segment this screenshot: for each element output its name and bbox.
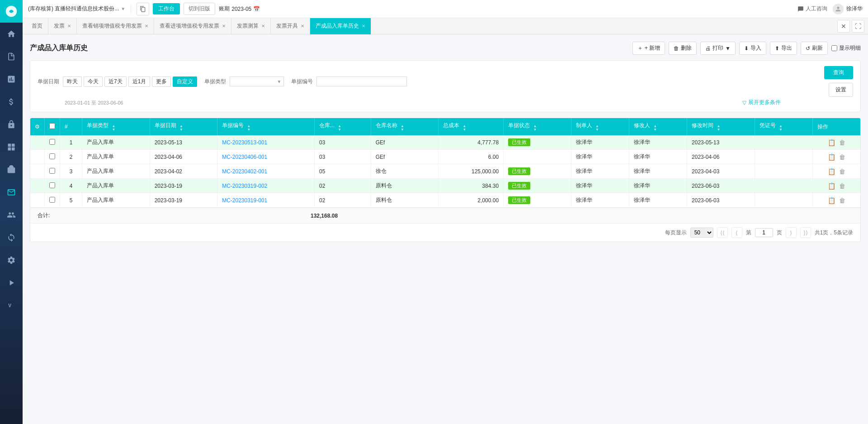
sidebar-item-warehouse[interactable] <box>0 181 23 204</box>
th-total-cost[interactable]: 总成本 ▲▼ <box>439 118 504 135</box>
service-button[interactable]: 人工咨询 <box>797 5 827 13</box>
quick-btn-1month[interactable]: 近1月 <box>128 76 151 87</box>
tab-product-history-close[interactable]: ✕ <box>362 24 365 29</box>
sidebar-item-finance[interactable] <box>0 91 23 113</box>
op-delete-3[interactable]: 🗑 <box>839 182 845 190</box>
query-button[interactable]: 查询 <box>824 66 853 79</box>
sidebar-item-refresh[interactable] <box>0 226 23 249</box>
sidebar-item-settings[interactable] <box>0 249 23 272</box>
doc-link-1[interactable]: MC-20230406-001 <box>222 154 267 160</box>
op-edit-3[interactable]: 📋 <box>828 182 835 190</box>
refresh-button[interactable]: ↺ 刷新 <box>801 42 828 55</box>
tab-invoice-close[interactable]: ✕ <box>67 24 71 29</box>
row-checkbox-1[interactable] <box>49 153 55 159</box>
sidebar-item-analytics[interactable] <box>0 68 23 91</box>
import-button[interactable]: ⬇ 导入 <box>739 42 766 55</box>
calendar-icon[interactable]: 📅 <box>253 6 260 12</box>
op-delete-2[interactable]: 🗑 <box>839 168 845 175</box>
row-checkbox-0[interactable] <box>49 139 55 145</box>
export-button[interactable]: ⬆ 导出 <box>770 42 797 55</box>
page-next-btn[interactable]: ⟩ <box>786 227 797 238</box>
doc-link-0[interactable]: MC-20230513-001 <box>222 139 267 146</box>
tabs-maximize[interactable]: ⛶ <box>852 20 864 33</box>
page-size-select[interactable]: 50 20 100 <box>690 228 713 238</box>
th-date[interactable]: 单据日期 ▲▼ <box>150 118 217 135</box>
op-edit-0[interactable]: 📋 <box>828 139 835 146</box>
copy-button[interactable] <box>137 3 149 15</box>
op-delete-1[interactable]: 🗑 <box>839 153 845 161</box>
show-detail-input[interactable] <box>831 45 837 51</box>
doc-link-3[interactable]: MC-20230319-002 <box>222 183 267 189</box>
quick-btn-more[interactable]: 更多 <box>152 76 171 87</box>
expand-conditions-btn[interactable]: ▽ 展开更多条件 <box>742 99 781 106</box>
sidebar-item-report[interactable] <box>0 158 23 181</box>
op-delete-4[interactable]: 🗑 <box>839 197 845 204</box>
th-settings[interactable]: ⚙ <box>30 118 45 135</box>
select-all-checkbox[interactable] <box>49 123 55 129</box>
tab-product-history[interactable]: 产成品入库单历史 ✕ <box>310 18 371 34</box>
show-detail-checkbox[interactable]: 显示明细 <box>831 44 861 52</box>
row-checkbox-2[interactable] <box>49 168 55 174</box>
delete-button[interactable]: 🗑 删除 <box>669 42 697 55</box>
app-logo[interactable] <box>0 0 23 23</box>
workbench-button[interactable]: 工作台 <box>153 3 180 14</box>
row-checkbox-3[interactable] <box>49 182 55 188</box>
page-input[interactable] <box>755 228 773 237</box>
th-creator[interactable]: 制单人 ▲▼ <box>571 118 629 135</box>
old-version-button[interactable]: 切到旧版 <box>184 3 215 15</box>
th-modify-time[interactable]: 修改时间 ▲▼ <box>687 118 755 135</box>
tab-invoice-calc[interactable]: 发票测算 ✕ <box>231 18 271 34</box>
op-edit-2[interactable]: 📋 <box>828 168 835 175</box>
tab-invoice-issue-close[interactable]: ✕ <box>301 24 304 29</box>
company-selector[interactable]: (库存核算) 直播轻抖通信息技术股份... ▼ <box>28 5 125 13</box>
sidebar-item-docs[interactable] <box>0 45 23 68</box>
tab-invoice-calc-close[interactable]: ✕ <box>261 24 265 29</box>
th-warehouse-name[interactable]: 仓库名称 ▲▼ <box>371 118 439 135</box>
td-status-2: 已生效 <box>504 164 571 179</box>
quick-btn-today[interactable]: 今天 <box>84 76 103 87</box>
doc-link-2[interactable]: MC-20230402-001 <box>222 168 267 175</box>
th-docno[interactable]: 单据编号 ▲▼ <box>217 118 315 135</box>
td-docno-1: MC-20230406-001 <box>217 150 315 164</box>
page-first-btn[interactable]: ⟨⟨ <box>717 227 728 238</box>
tab-home[interactable]: 首页 <box>26 18 48 34</box>
th-voucher[interactable]: 凭证号 ▲▼ <box>755 118 812 135</box>
page-prev-btn[interactable]: ⟨ <box>731 227 742 238</box>
th-type[interactable]: 单据类型 ▲▼ <box>82 118 150 135</box>
sidebar-item-version[interactable]: V <box>0 294 23 317</box>
th-modifier[interactable]: 修改人 ▲▼ <box>629 118 687 135</box>
table-container: ⚙ # 单据类型 ▲▼ 单据日期 ▲▼ <box>30 118 861 242</box>
new-button[interactable]: ＋ + 新增 <box>632 42 665 55</box>
tab-invoice[interactable]: 发票 ✕ <box>48 18 77 34</box>
print-button[interactable]: 🖨 打印 ▼ <box>700 42 736 55</box>
op-edit-1[interactable]: 📋 <box>828 153 835 161</box>
quick-btn-7days[interactable]: 近7天 <box>104 76 127 87</box>
sidebar-item-lock[interactable] <box>0 113 23 136</box>
filter-docnum-input[interactable] <box>316 76 407 86</box>
tab-sales-invoice[interactable]: 查看销项增值税专用发票 ✕ <box>77 18 154 34</box>
th-warehouse-no[interactable]: 仓库... ▲▼ <box>315 118 371 135</box>
th-status[interactable]: 单据状态 ▲▼ <box>504 118 571 135</box>
op-edit-4[interactable]: 📋 <box>828 197 835 204</box>
filter-type-select[interactable]: 产品入库单 <box>230 76 284 86</box>
tab-purchase-invoice[interactable]: 查看进项增值税专用发票 ✕ <box>154 18 231 34</box>
sidebar-item-grid[interactable] <box>0 136 23 158</box>
tab-purchase-invoice-close[interactable]: ✕ <box>222 24 226 29</box>
quick-btn-custom[interactable]: 自定义 <box>173 76 197 87</box>
doc-link-4[interactable]: MC-20230319-001 <box>222 197 267 204</box>
sidebar-item-play[interactable] <box>0 272 23 294</box>
page-last-btn[interactable]: ⟩⟩ <box>800 227 811 238</box>
table-row: 2 产品入库单 2023-04-06 MC-20230406-001 03 GE… <box>30 150 860 164</box>
sidebar-item-home[interactable] <box>0 23 23 45</box>
tab-invoice-issue[interactable]: 发票开具 ✕ <box>271 18 310 34</box>
row-checkbox-4[interactable] <box>49 197 55 203</box>
sidebar-item-people[interactable] <box>0 204 23 226</box>
th-date-sort: ▲▼ <box>179 124 183 132</box>
filter-settings-button[interactable]: 设置 <box>829 83 853 97</box>
user-menu[interactable]: 徐泽华 <box>833 4 863 14</box>
tab-sales-invoice-close[interactable]: ✕ <box>145 24 148 29</box>
quick-btn-yesterday[interactable]: 昨天 <box>63 76 82 87</box>
header-actions: ＋ + 新增 🗑 删除 🖨 打印 ▼ ⬇ 导入 ⬆ <box>632 42 861 55</box>
op-delete-0[interactable]: 🗑 <box>839 139 845 146</box>
tabs-close-all[interactable]: ✕ <box>837 20 850 33</box>
